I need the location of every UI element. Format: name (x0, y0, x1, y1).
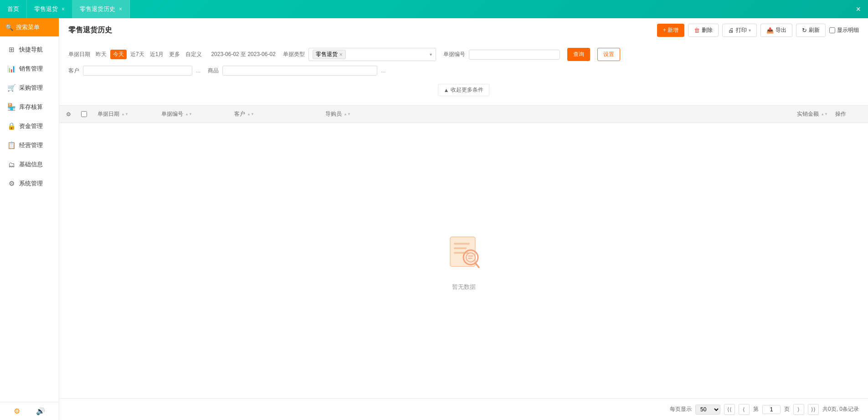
actual-amount-sort-icon[interactable]: ▲▼ (821, 112, 828, 116)
delete-button[interactable]: 🗑 删除 (688, 24, 719, 37)
sidebar-bottom: ⚙ 🔊 (0, 402, 59, 420)
doc-type-filter-label: 单据类型 (283, 51, 305, 58)
th-actions: 操作 (832, 110, 868, 118)
print-icon: 🖨 (728, 27, 734, 34)
refresh-button[interactable]: ↻ 刷新 (796, 24, 826, 37)
date-opt-custom[interactable]: 自定义 (184, 50, 204, 59)
filter-doc-type: 单据类型 零售退货 × ▾ (283, 48, 436, 61)
svg-line-6 (475, 263, 479, 267)
guide-sort-icon[interactable]: ▲▼ (344, 112, 351, 116)
sidebar-item-system-mgmt-label: 系统管理 (19, 179, 43, 188)
date-opt-1month[interactable]: 近1月 (148, 50, 166, 59)
empty-state: 暂无数据 (59, 123, 868, 398)
customer-dots[interactable]: ... (196, 67, 200, 74)
next-page-button[interactable]: ⟩ (793, 404, 804, 415)
refresh-icon: ↻ (802, 27, 807, 34)
doc-no-input[interactable] (469, 50, 560, 60)
sidebar-item-quick-nav[interactable]: ⊞ 快捷导航 (0, 40, 59, 59)
settings-bottom-icon[interactable]: ⚙ (14, 407, 20, 415)
tab-retail-return-close[interactable]: × (62, 6, 65, 12)
query-button[interactable]: 查询 (567, 48, 590, 61)
tab-retail-return-label: 零售退货 (34, 5, 58, 13)
th-doc-no[interactable]: 单据编号 ▲▼ (158, 110, 231, 118)
content-area: 零售退货历史 + 新增 🗑 删除 🖨 打印 ▾ 📤 (59, 18, 868, 420)
select-all-checkbox[interactable] (81, 111, 87, 117)
goods-filter-label: 商品 (208, 67, 219, 75)
th-actual-amount-label: 实销金额 (797, 110, 819, 118)
column-settings-icon[interactable]: ⚙ (66, 111, 71, 118)
tab-retail-return-history-close[interactable]: × (119, 6, 122, 12)
th-doc-date[interactable]: 单据日期 ▲▼ (94, 110, 158, 118)
date-opt-today[interactable]: 今天 (110, 50, 127, 59)
show-detail-checkbox[interactable] (829, 27, 835, 33)
tab-home[interactable]: 首页 (0, 0, 27, 18)
sidebar-item-sales-mgmt[interactable]: 📊 销售管理 (0, 59, 59, 78)
sidebar-search-label: 搜索菜单 (16, 23, 40, 31)
prev-page-button[interactable]: ⟨ (739, 404, 750, 415)
tab-retail-return[interactable]: 零售退货 × (27, 0, 72, 18)
export-button[interactable]: 📤 导出 (760, 24, 792, 37)
window-close-button[interactable]: × (848, 5, 868, 14)
sidebar-item-basic-info[interactable]: 🗂 基础信息 (0, 155, 59, 174)
goods-input[interactable] (222, 66, 377, 76)
doc-type-tag-close[interactable]: × (339, 51, 343, 58)
sidebar-item-system-mgmt[interactable]: ⚙ 系统管理 (0, 174, 59, 193)
inventory-icon: 🏪 (7, 103, 15, 111)
sidebar-search[interactable]: 🔍 搜索菜单 (0, 18, 59, 36)
show-detail-checkbox-label[interactable]: 显示明细 (829, 26, 859, 34)
doc-no-sort-icon[interactable]: ▲▼ (185, 112, 192, 116)
tab-retail-return-history[interactable]: 零售退货历史 × (72, 0, 130, 18)
delete-button-label: 删除 (702, 26, 713, 34)
per-page-label: 每页显示 (670, 405, 692, 413)
doc-type-select[interactable]: 零售退货 × ▾ (308, 48, 436, 61)
th-customer[interactable]: 客户 ▲▼ (231, 110, 322, 118)
sidebar-item-purchase-mgmt[interactable]: 🛒 采购管理 (0, 78, 59, 97)
sidebar-item-sales-mgmt-label: 销售管理 (19, 65, 43, 73)
sidebar-item-ops-mgmt[interactable]: 📋 经营管理 (0, 136, 59, 155)
sidebar-item-finance-mgmt[interactable]: 🔒 资金管理 (0, 117, 59, 136)
date-opt-more[interactable]: 更多 (167, 50, 182, 59)
show-detail-label: 显示明细 (837, 26, 859, 34)
collapse-filter-button[interactable]: ▲ 收起更多条件 (438, 84, 490, 96)
date-opt-yesterday[interactable]: 昨天 (94, 50, 108, 59)
print-dropdown-arrow: ▾ (749, 28, 751, 33)
first-page-button[interactable]: ⟨⟨ (724, 404, 735, 415)
query-button-label: 查询 (573, 51, 584, 58)
audio-bottom-icon[interactable]: 🔊 (36, 407, 45, 415)
pagination: 每页显示 50 20 100 ⟨⟨ ⟨ 第 页 ⟩ ⟩⟩ 共0页, 0条记录 (59, 398, 868, 420)
date-opt-7days[interactable]: 近7天 (128, 50, 146, 59)
export-icon: 📤 (766, 27, 774, 34)
sidebar-item-inventory[interactable]: 🏪 库存核算 (0, 97, 59, 117)
page-input[interactable] (762, 405, 781, 414)
tab-home-label: 首页 (7, 5, 19, 13)
customer-input[interactable] (83, 66, 192, 76)
filter-customer: 客户 ... (68, 66, 200, 76)
empty-text: 暂无数据 (452, 283, 476, 291)
last-page-button[interactable]: ⟩⟩ (808, 404, 819, 415)
sidebar-item-basic-info-label: 基础信息 (19, 160, 43, 169)
toolbar: + 新增 🗑 删除 🖨 打印 ▾ 📤 导出 (657, 24, 859, 37)
page-header: 零售退货历史 + 新增 🗑 删除 🖨 打印 ▾ 📤 (59, 18, 868, 106)
date-range-value: 2023-06-02 至 2023-06-02 (211, 51, 275, 58)
th-guide-label: 导购员 (325, 110, 342, 118)
goods-dots[interactable]: ... (381, 67, 385, 74)
page-title-row: 零售退货历史 + 新增 🗑 删除 🖨 打印 ▾ 📤 (68, 24, 859, 37)
print-button-label: 打印 (736, 26, 747, 34)
empty-icon (441, 230, 487, 276)
print-button[interactable]: 🖨 打印 ▾ (722, 24, 757, 37)
doc-date-sort-icon[interactable]: ▲▼ (121, 112, 128, 116)
new-button-label: + 新增 (663, 26, 678, 34)
th-settings[interactable]: ⚙ (59, 111, 77, 118)
filter-row-1: 单据日期 昨天 今天 近7天 近1月 更多 自定义 2023-06-02 至 2… (68, 48, 859, 61)
settings-button[interactable]: 设置 (597, 48, 620, 61)
per-page-select[interactable]: 50 20 100 (695, 405, 720, 415)
th-guide[interactable]: 导购员 ▲▼ (322, 110, 395, 118)
ops-mgmt-icon: 📋 (7, 141, 15, 149)
sidebar-item-purchase-mgmt-label: 采购管理 (19, 84, 43, 92)
customer-sort-icon[interactable]: ▲▼ (247, 112, 254, 116)
table-container: ⚙ 单据日期 ▲▼ 单据编号 ▲▼ 客户 ▲▼ 导购员 (59, 106, 868, 420)
th-actual-amount[interactable]: 实销金额 ▲▼ (777, 110, 832, 118)
th-actions-label: 操作 (835, 110, 846, 118)
page-suffix: 页 (784, 405, 790, 413)
new-button[interactable]: + 新增 (657, 24, 684, 37)
